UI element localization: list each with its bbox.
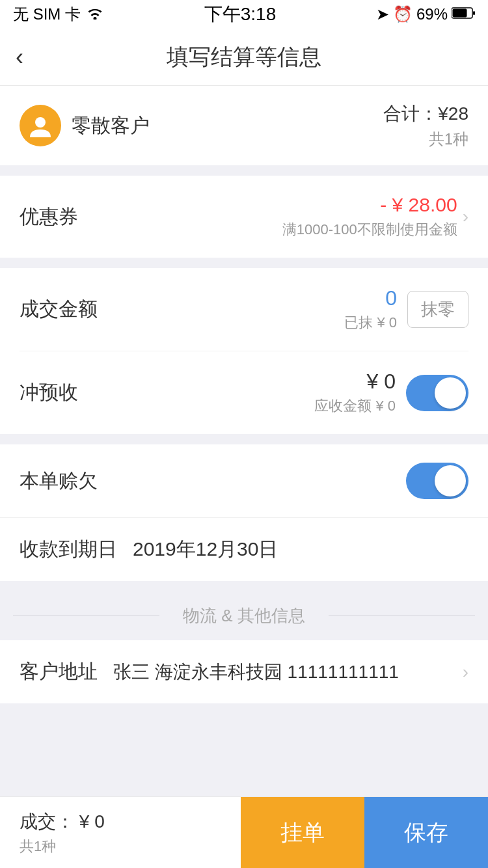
address-section[interactable]: 客户地址 张三 海淀永丰科技园 11111111111 › — [0, 640, 488, 703]
coupon-right: - ¥ 28.00 满1000-100不限制使用金额 — [282, 194, 457, 239]
coupon-section[interactable]: 优惠券 - ¥ 28.00 满1000-100不限制使用金额 › — [0, 176, 488, 258]
deal-amount-row: 成交金额 0 已抹 ¥ 0 抹零 — [20, 268, 468, 351]
prepay-value: ¥ 0 — [314, 370, 396, 394]
status-time: 下午3:18 — [204, 2, 277, 27]
deal-amount-sub: 已抹 ¥ 0 — [344, 313, 397, 332]
back-button[interactable]: ‹ — [16, 44, 23, 71]
coupon-chevron-icon: › — [463, 206, 468, 227]
battery-text: 69% — [416, 5, 448, 23]
deal-amount-right: 0 已抹 ¥ 0 抹零 — [344, 286, 468, 332]
address-row[interactable]: 客户地址 张三 海淀永丰科技园 11111111111 › — [0, 640, 488, 703]
debt-section: 本单赊欠 收款到期日 2019年12月30日 — [0, 444, 488, 581]
avatar — [20, 105, 61, 146]
svg-rect-1 — [453, 9, 467, 18]
logistics-label: 物流 & 其他信息 — [183, 604, 305, 627]
address-label: 客户地址 — [20, 658, 98, 685]
status-right: ➤ ⏰ 69% — [376, 5, 475, 23]
nav-bar: ‹ 填写结算等信息 — [0, 29, 488, 86]
bottom-count: 共1种 — [20, 837, 221, 856]
status-left: 无 SIM 卡 — [13, 4, 104, 25]
bottom-deal-value: ¥ 0 — [79, 811, 105, 832]
toggle-knob — [435, 377, 466, 409]
debt-toggle[interactable] — [406, 463, 468, 499]
duedate-row: 收款到期日 2019年12月30日 — [0, 517, 488, 581]
prepay-label: 冲预收 — [20, 379, 78, 406]
prepay-sub: 应收金额 ¥ 0 — [314, 396, 396, 416]
debt-label: 本单赊欠 — [20, 468, 98, 495]
customer-right: 合计：¥28 共1种 — [383, 102, 468, 150]
svg-point-3 — [35, 117, 46, 128]
save-label: 保存 — [404, 818, 448, 848]
customer-section: 零散客户 合计：¥28 共1种 — [0, 86, 488, 165]
bottom-info: 成交： ¥ 0 共1种 — [0, 809, 241, 856]
prepay-right: ¥ 0 应收金额 ¥ 0 — [314, 370, 468, 416]
logistics-divider: 物流 & 其他信息 — [0, 591, 488, 640]
coupon-label: 优惠券 — [20, 204, 78, 230]
deal-section: 成交金额 0 已抹 ¥ 0 抹零 冲预收 ¥ 0 应收金额 ¥ 0 — [0, 268, 488, 434]
sim-text: 无 SIM 卡 — [13, 4, 81, 25]
debt-row: 本单赊欠 — [0, 444, 488, 517]
customer-name: 零散客户 — [72, 113, 150, 139]
deal-amount-value: 0 — [344, 286, 397, 310]
coupon-row[interactable]: 优惠券 - ¥ 28.00 满1000-100不限制使用金额 › — [0, 176, 488, 258]
total-label: 合计：¥28 — [383, 102, 468, 126]
divider-line-right — [329, 616, 475, 616]
battery-icon — [452, 5, 475, 23]
hang-button[interactable]: 挂单 — [241, 797, 364, 868]
bottom-buttons: 挂单 保存 — [241, 797, 488, 868]
duedate-value: 2019年12月30日 — [133, 536, 278, 563]
alarm-icon: ⏰ — [393, 5, 413, 23]
form-section: 成交金额 0 已抹 ¥ 0 抹零 冲预收 ¥ 0 应收金额 ¥ 0 — [0, 268, 488, 434]
coupon-amount: - ¥ 28.00 — [282, 194, 457, 216]
duedate-label: 收款到期日 — [20, 536, 117, 563]
wifi-icon — [86, 5, 104, 23]
customer-left: 零散客户 — [20, 105, 150, 146]
svg-rect-2 — [473, 11, 475, 15]
content: 零散客户 合计：¥28 共1种 优惠券 - ¥ 28.00 满1000-100不… — [0, 86, 488, 792]
deal-amount-label: 成交金额 — [20, 296, 98, 323]
bottom-deal-label: 成交： — [20, 811, 74, 832]
bottom-bar: 成交： ¥ 0 共1种 挂单 保存 — [0, 796, 488, 868]
page-title: 填写结算等信息 — [167, 42, 321, 72]
debt-toggle-knob — [435, 465, 466, 496]
bottom-deal-amount: 成交： ¥ 0 — [20, 809, 221, 834]
save-button[interactable]: 保存 — [364, 797, 488, 868]
hang-label: 挂单 — [280, 818, 325, 848]
address-value: 张三 海淀永丰科技园 11111111111 — [113, 660, 457, 685]
customer-row: 零散客户 合计：¥28 共1种 — [0, 86, 488, 165]
total-count: 共1种 — [383, 129, 468, 150]
prepay-row: 冲预收 ¥ 0 应收金额 ¥ 0 — [20, 351, 468, 434]
round-zero-button[interactable]: 抹零 — [407, 291, 468, 328]
status-bar: 无 SIM 卡 下午3:18 ➤ ⏰ 69% — [0, 0, 488, 29]
divider-line-left — [13, 616, 159, 616]
address-chevron-icon: › — [463, 662, 468, 683]
prepay-toggle[interactable] — [406, 375, 468, 411]
location-icon: ➤ — [376, 5, 389, 23]
coupon-desc: 满1000-100不限制使用金额 — [282, 220, 457, 239]
